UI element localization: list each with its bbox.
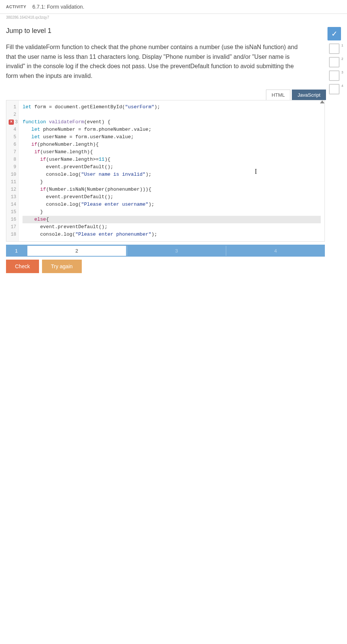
attempt-cell-3[interactable]: 3 xyxy=(127,246,226,256)
gutter-line-11: 11 xyxy=(6,178,18,186)
code-line-14[interactable]: console.log("Please enter username"); xyxy=(23,201,321,208)
attempt-cell-4[interactable]: 4 xyxy=(226,246,325,256)
code-line-4[interactable]: let phoneNumber = form.phoneNumber.value… xyxy=(23,126,321,133)
code-line-10[interactable]: console.log("User name is invalid"); xyxy=(23,171,321,178)
code-line-3[interactable]: function validateForm(event) { xyxy=(23,118,321,126)
progress-step-1[interactable]: 1 xyxy=(329,43,339,54)
code-line-13[interactable]: event.preventDefault(); xyxy=(23,193,321,201)
error-marker-icon: × xyxy=(9,120,14,125)
progress-step-3[interactable]: 3 xyxy=(329,70,339,81)
gutter-line-15: 15 xyxy=(6,208,18,216)
tab-javascript[interactable]: JavaScript xyxy=(292,90,326,100)
gutter-line-6: 6 xyxy=(6,141,18,148)
try-again-button[interactable]: Try again xyxy=(42,260,82,273)
code-editor[interactable]: 12×3456789101112131415161718 let form = … xyxy=(6,100,325,242)
code-line-9[interactable]: event.preventDefault(); xyxy=(23,163,321,171)
progress-sidebar: ✓ 1 2 3 4 xyxy=(327,27,341,94)
code-line-2[interactable] xyxy=(23,111,321,118)
gutter-line-17: 17 xyxy=(6,223,18,231)
progress-checkmark-icon: ✓ xyxy=(327,27,341,40)
line-gutter: 12×3456789101112131415161718 xyxy=(6,100,19,241)
attempt-bar: 1 2 3 4 xyxy=(6,245,325,257)
tab-html[interactable]: HTML xyxy=(266,90,290,100)
code-line-15[interactable]: } xyxy=(23,208,321,216)
check-button[interactable]: Check xyxy=(6,260,39,273)
gutter-line-7: 7 xyxy=(6,148,18,156)
progress-step-4[interactable]: 4 xyxy=(329,84,339,94)
attempt-cell-2[interactable]: 2 xyxy=(27,245,127,257)
code-line-5[interactable]: let userName = form.userName.value; xyxy=(23,133,321,141)
gutter-line-4: 4 xyxy=(6,126,18,133)
code-line-8[interactable]: if(userName.length>=11){ xyxy=(23,156,321,163)
gutter-line-9: 9 xyxy=(6,163,18,171)
activity-header: ACTIVITY 6.7.1: Form validation. xyxy=(0,0,347,14)
gutter-line-2: 2 xyxy=(6,111,18,118)
gutter-line-14: 14 xyxy=(6,201,18,208)
code-line-16[interactable]: else{ xyxy=(23,216,321,223)
gutter-line-13: 13 xyxy=(6,193,18,201)
code-line-17[interactable]: event.preventDefault(); xyxy=(23,223,321,231)
scroll-up-icon[interactable] xyxy=(320,100,324,103)
jump-to-level[interactable]: Jump to level 1 xyxy=(6,27,341,35)
code-line-7[interactable]: if(userName.length){ xyxy=(23,148,321,156)
code-content[interactable]: let form = document.getElementById("user… xyxy=(19,100,324,241)
gutter-line-12: 12 xyxy=(6,186,18,193)
gutter-line-16: 16 xyxy=(6,216,18,223)
code-tabs: HTML JavaScript xyxy=(6,90,341,100)
meta-id: 380286.1642418.qx3zqy7 xyxy=(0,14,347,21)
instructions-text: Fill the validateForm function to check … xyxy=(6,42,299,81)
gutter-line-10: 10 xyxy=(6,171,18,178)
activity-title: 6.7.1: Form validation. xyxy=(32,4,84,10)
gutter-line-18: 18 xyxy=(6,231,18,238)
code-line-6[interactable]: if(phoneNumber.length){ xyxy=(23,141,321,148)
code-line-11[interactable]: } xyxy=(23,178,321,186)
code-line-18[interactable]: console.log("Please enter phonenumber"); xyxy=(23,231,321,238)
code-line-1[interactable]: let form = document.getElementById("user… xyxy=(23,103,321,111)
progress-step-2[interactable]: 2 xyxy=(329,57,339,67)
gutter-line-8: 8 xyxy=(6,156,18,163)
gutter-line-3: ×3 xyxy=(6,118,18,126)
activity-label: ACTIVITY xyxy=(6,4,26,9)
gutter-line-5: 5 xyxy=(6,133,18,141)
code-line-12[interactable]: if(Number.isNaN(Number(phonenumber))){ xyxy=(23,186,321,193)
attempt-current[interactable]: 1 xyxy=(6,248,27,254)
gutter-line-1: 1 xyxy=(6,103,18,111)
